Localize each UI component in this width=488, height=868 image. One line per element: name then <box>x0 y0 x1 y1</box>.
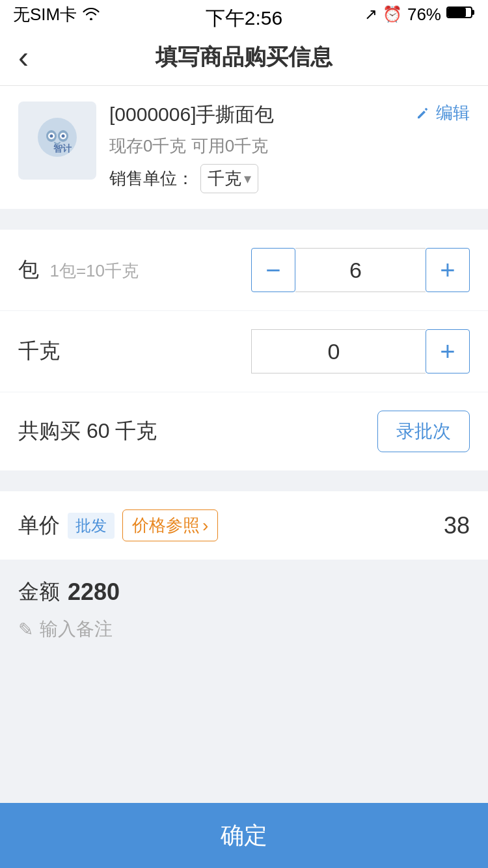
product-image: 智计 <box>18 102 96 180</box>
location-icon: ↗ <box>364 5 377 23</box>
product-info: [0000006]手撕面包 编辑 现存0千克 可用0千克 销售单位： 千克 ▾ <box>109 102 470 193</box>
svg-text:智计: 智计 <box>53 143 72 154</box>
bao-hint: 1包=10千克 <box>49 261 139 280</box>
edit-button[interactable]: 编辑 <box>415 102 470 124</box>
bao-quantity-controls: − + <box>251 248 470 292</box>
divider-1 <box>0 219 488 230</box>
kg-label: 千克 <box>18 339 60 362</box>
back-button[interactable] <box>18 39 29 75</box>
amount-section: 金额 2280 ✎ 输入备注 <box>0 560 488 642</box>
price-label: 单价 <box>18 511 60 540</box>
carrier-label: 无SIM卡 <box>13 3 77 26</box>
batch-button[interactable]: 录批次 <box>377 411 470 452</box>
nav-bar: 填写商品购买信息 <box>0 29 488 86</box>
edit-label[interactable]: 编辑 <box>436 102 470 124</box>
page-title: 填写商品购买信息 <box>156 42 332 72</box>
bao-quantity-row: 包 1包=10千克 − + <box>0 230 488 311</box>
alarm-icon: ⏰ <box>383 5 402 23</box>
product-stock: 现存0千克 可用0千克 <box>109 135 470 157</box>
bao-plus-button[interactable]: + <box>426 248 470 292</box>
kg-quantity-controls: + <box>251 329 470 373</box>
bao-quantity-input[interactable] <box>295 248 426 292</box>
divider-2 <box>0 470 488 481</box>
product-header: [0000006]手撕面包 编辑 <box>109 102 470 128</box>
kg-plus-button[interactable]: + <box>426 329 470 373</box>
svg-rect-2 <box>448 8 466 17</box>
kg-label-group: 千克 <box>18 337 60 366</box>
remark-label: 输入备注 <box>40 617 113 642</box>
status-left: 无SIM卡 <box>13 3 100 26</box>
product-card: 智计 [0000006]手撕面包 编辑 现存0千克 可用0千克 销售单位： 千克… <box>0 86 488 209</box>
wifi-icon <box>82 5 100 25</box>
price-label-row: 单价 批发 价格参照 › <box>18 509 218 541</box>
chevron-down-icon: ▾ <box>244 170 251 187</box>
price-section: 单价 批发 价格参照 › 38 <box>0 491 488 560</box>
product-logo-icon: 智计 <box>34 114 81 168</box>
battery-label: 76% <box>407 5 441 25</box>
price-value: 38 <box>444 512 470 539</box>
price-ref-label: 价格参照 <box>132 514 200 537</box>
kg-quantity-input[interactable] <box>251 329 426 373</box>
svg-point-9 <box>62 134 65 137</box>
bao-label: 包 <box>18 258 39 281</box>
chevron-right-icon: › <box>202 515 208 536</box>
product-unit-row: 销售单位： 千克 ▾ <box>109 164 470 193</box>
pencil-icon: ✎ <box>18 619 33 640</box>
total-text: 共购买 60 千克 <box>18 417 157 446</box>
confirm-button[interactable]: 确定 <box>0 803 488 868</box>
unit-label: 销售单位： <box>109 167 194 190</box>
status-right: ↗ ⏰ 76% <box>364 5 475 25</box>
product-name: [0000006]手撕面包 <box>109 102 415 128</box>
svg-point-8 <box>50 134 53 137</box>
bao-label-group: 包 1包=10千克 <box>18 256 139 284</box>
status-bar: 无SIM卡 下午2:56 ↗ ⏰ 76% <box>0 0 488 29</box>
status-time: 下午2:56 <box>206 5 282 32</box>
remark-row[interactable]: ✎ 输入备注 <box>18 617 470 642</box>
battery-icon <box>446 5 475 23</box>
amount-label: 金额 <box>18 578 60 606</box>
kg-quantity-row: 千克 + <box>0 311 488 392</box>
total-row: 共购买 60 千克 录批次 <box>0 392 488 470</box>
amount-row: 金额 2280 <box>18 578 470 606</box>
amount-value: 2280 <box>68 578 120 606</box>
bao-minus-button[interactable]: − <box>251 248 295 292</box>
unit-select[interactable]: 千克 ▾ <box>200 164 258 193</box>
unit-value: 千克 <box>208 167 241 190</box>
price-tag: 批发 <box>68 513 115 539</box>
price-ref-button[interactable]: 价格参照 › <box>122 509 218 541</box>
svg-rect-1 <box>472 10 474 15</box>
